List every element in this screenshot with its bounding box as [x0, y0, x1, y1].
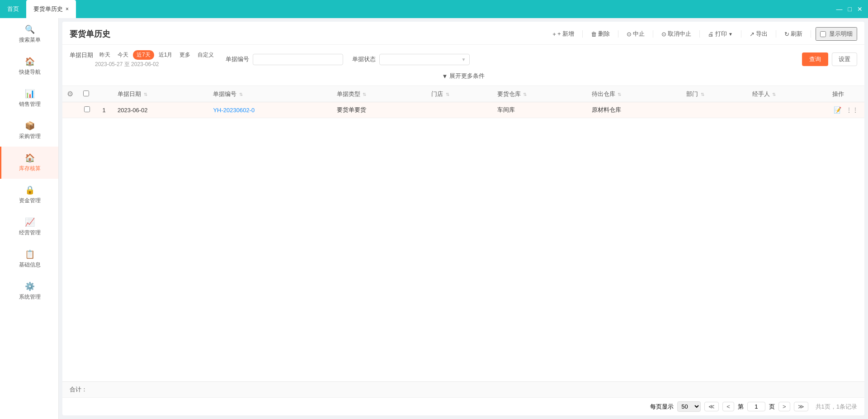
col-doctype-sort-icon[interactable]: ⇅	[363, 92, 366, 97]
expand-row: ▼ 展开更多条件	[70, 72, 857, 80]
date-btn-more[interactable]: 更多	[177, 50, 193, 60]
col-handler-sort-icon[interactable]: ⇅	[772, 92, 776, 97]
print-button[interactable]: 🖨 打印 ▼	[704, 28, 736, 40]
col-req-warehouse-sort-icon[interactable]: ⇅	[523, 92, 527, 97]
sidebar-item-operations[interactable]: 📈 经营管理	[0, 211, 58, 243]
doc-num-filter-group: 单据编号	[226, 54, 343, 65]
date-btn-custom[interactable]: 自定义	[195, 50, 217, 60]
date-btn-last7days[interactable]: 近7天	[133, 50, 154, 60]
col-settings: ⚙	[62, 86, 79, 102]
sidebar-label-operations: 经营管理	[19, 229, 41, 237]
page-inner: 要货单历史 + + 新增 🗑 删除	[62, 22, 864, 415]
display-detail-button[interactable]: 显示明细	[816, 27, 857, 41]
col-pending-warehouse-sort-icon[interactable]: ⇅	[618, 92, 621, 97]
col-actions-header: 操作	[828, 86, 864, 102]
sidebar-item-basic-info[interactable]: 📋 基础信息	[0, 243, 58, 275]
col-doctype-label: 单据类型	[337, 90, 360, 97]
table-header-row: ⚙ 单据日期 ⇅	[62, 86, 864, 102]
row-edit-icon[interactable]: 📝	[834, 106, 841, 114]
sales-icon: 📊	[25, 89, 35, 99]
doc-num-link[interactable]: YH-20230602-0	[213, 107, 255, 114]
doc-status-input[interactable]	[383, 56, 461, 63]
col-dept-label: 部门	[686, 90, 698, 97]
minimize-btn[interactable]: —	[836, 5, 843, 13]
stop-icon: ⊙	[627, 31, 632, 38]
display-detail-checkbox[interactable]	[820, 31, 826, 37]
col-handler-label: 经手人	[752, 90, 770, 97]
col-date-sort-icon[interactable]: ⇅	[144, 92, 147, 97]
column-settings-icon[interactable]: ⚙	[67, 90, 73, 98]
row-more-icon[interactable]: ⋮⋮	[846, 106, 859, 114]
table-area: ⚙ 单据日期 ⇅	[62, 86, 864, 381]
filter-action-buttons: 查询 设置	[802, 52, 857, 66]
next-page-btn[interactable]: >	[778, 402, 790, 411]
sidebar-item-purchase[interactable]: 📦 采购管理	[0, 114, 58, 147]
col-store-header: 门店 ⇅	[427, 86, 493, 102]
col-store-sort-icon[interactable]: ⇅	[446, 92, 449, 97]
doc-status-select[interactable]: ▼	[379, 54, 470, 65]
divider-6	[776, 30, 776, 38]
page-header: 要货单历史 + + 新增 🗑 删除	[62, 22, 864, 45]
date-btn-yesterday[interactable]: 昨天	[97, 50, 113, 60]
doc-num-input[interactable]	[253, 54, 343, 65]
date-range-display: 2023-05-27 至 2023-06-02	[95, 61, 159, 68]
export-button[interactable]: ↗ 导出	[746, 28, 771, 40]
row-store	[427, 102, 493, 118]
table-header: ⚙ 单据日期 ⇅	[62, 86, 864, 102]
row-col-checkbox	[79, 102, 95, 118]
col-req-warehouse-label: 要货仓库	[497, 90, 521, 97]
sidebar-item-sales[interactable]: 📊 销售管理	[0, 82, 58, 114]
sidebar-label-inventory: 库存核算	[19, 165, 41, 172]
row-req-warehouse: 车间库	[493, 102, 587, 118]
sidebar-item-system[interactable]: ⚙️ 系统管理	[0, 275, 58, 307]
stop-button[interactable]: ⊙ 中止	[623, 28, 648, 40]
last-page-btn[interactable]: ≫	[794, 402, 808, 411]
date-btn-last1month[interactable]: 近1月	[156, 50, 175, 60]
doc-num-label: 单据编号	[226, 55, 249, 63]
page-size-select[interactable]: 50 20 100 200	[677, 401, 701, 412]
maximize-btn[interactable]: □	[848, 5, 852, 13]
row-checkbox[interactable]	[84, 106, 90, 112]
tab-close-icon[interactable]: ×	[66, 6, 69, 12]
first-page-btn[interactable]: ≪	[704, 402, 719, 411]
query-button[interactable]: 查询	[802, 52, 828, 66]
filter-row-1: 单据日期 昨天 今天 近7天 近1月 更多 自定义	[70, 50, 857, 68]
tab-home[interactable]: 首页	[0, 0, 26, 18]
sidebar-item-quick-nav[interactable]: 🏠 快捷导航	[0, 50, 58, 82]
col-dept-header: 部门 ⇅	[682, 86, 748, 102]
export-icon: ↗	[750, 31, 755, 38]
col-store-label: 门店	[431, 90, 443, 97]
page-size-label: 每页显示	[650, 403, 674, 411]
col-docnum-sort-icon[interactable]: ⇅	[239, 92, 243, 97]
sidebar-item-inventory[interactable]: 🏠 库存核算	[0, 147, 58, 179]
settings-button[interactable]: 设置	[832, 52, 857, 66]
add-button[interactable]: + + 新增	[549, 28, 578, 40]
page-content: 要货单历史 + + 新增 🗑 删除	[59, 18, 868, 419]
select-all-checkbox[interactable]	[83, 90, 89, 96]
col-dept-sort-icon[interactable]: ⇅	[701, 92, 704, 97]
col-docnum-header: 单据编号 ⇅	[208, 86, 332, 102]
tab-requisition-history[interactable]: 要货单历史 ×	[26, 0, 76, 18]
expand-more-conditions[interactable]: ▼ 展开更多条件	[442, 72, 485, 80]
tab-home-label: 首页	[7, 5, 19, 13]
delete-button[interactable]: 🗑 删除	[587, 28, 613, 40]
top-bar: 首页 要货单历史 × — □ ✕	[0, 0, 868, 18]
table-row: 1 2023-06-02 YH-20230602-0	[62, 102, 864, 118]
refresh-button[interactable]: ↻ 刷新	[781, 28, 806, 40]
col-req-warehouse-header: 要货仓库 ⇅	[493, 86, 587, 102]
table-body: 1 2023-06-02 YH-20230602-0	[62, 102, 864, 118]
page-number-input[interactable]	[747, 402, 765, 411]
divider-2	[618, 30, 618, 38]
data-table: ⚙ 单据日期 ⇅	[62, 86, 864, 118]
sidebar-item-search[interactable]: 🔍 搜索菜单	[0, 18, 58, 50]
page-title: 要货单历史	[70, 29, 110, 39]
row-date: 2023-06-02	[113, 102, 208, 118]
cancel-stop-button[interactable]: ⊙ 取消中止	[658, 28, 695, 40]
operations-icon: 📈	[25, 217, 35, 227]
sidebar-item-finance[interactable]: 🔒 资金管理	[0, 179, 58, 211]
close-btn[interactable]: ✕	[857, 5, 863, 13]
row-doc-num: YH-20230602-0	[208, 102, 332, 118]
expand-label: 展开更多条件	[449, 72, 485, 80]
date-btn-today[interactable]: 今天	[115, 50, 131, 60]
prev-page-btn[interactable]: <	[722, 402, 734, 411]
